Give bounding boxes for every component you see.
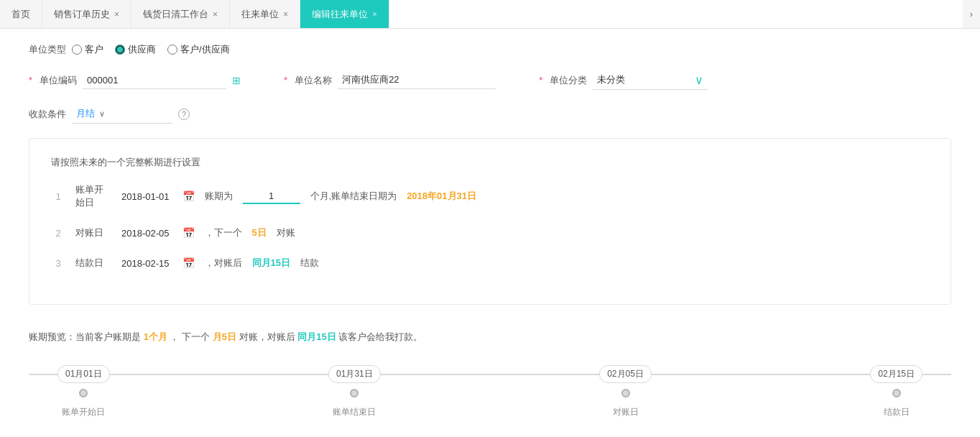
radio-customer-label: 客户 bbox=[85, 43, 103, 56]
unit-name-label: 单位名称 bbox=[295, 74, 332, 87]
radio-supplier[interactable]: 供应商 bbox=[115, 43, 156, 56]
tab-more-button[interactable]: › bbox=[963, 0, 980, 28]
row-num-2: 2 bbox=[51, 228, 65, 239]
unit-code-field: * 单位编码 ⊞ bbox=[29, 72, 241, 89]
radio-supplier-input[interactable] bbox=[115, 45, 125, 55]
row-suffix-after-1: 个月,账单结束日期为 bbox=[310, 190, 397, 203]
period-hint: 请按照未来的一个完整帐期进行设置 bbox=[51, 156, 929, 169]
row-num-3: 3 bbox=[51, 258, 65, 269]
tl-point-1: 01月31日 账单结束日 bbox=[328, 365, 381, 418]
preview-between2: 对账，对账后 bbox=[239, 331, 295, 342]
unit-category-arrow-icon: ∨ bbox=[690, 73, 708, 87]
radio-customer-supplier-input[interactable] bbox=[167, 45, 177, 55]
preview-part1: 1个月 bbox=[144, 331, 167, 342]
row-type-3: 结款日 bbox=[75, 257, 111, 270]
preview-label: 账期预览：当前客户账期是 bbox=[29, 331, 141, 342]
period-row-3: 3 结款日 2018-02-15 📅 ，对账后 同月15日 结款 bbox=[51, 257, 929, 270]
tabs-bar: 首页 销售订单历史 × 钱货日清工作台 × 往来单位 × 编辑往来单位 × › bbox=[0, 0, 980, 29]
preview-section: 账期预览：当前客户账期是 1个月 ， 下一个 月5日 对账，对账后 同月15日 … bbox=[29, 319, 951, 437]
row-type-1: 账单开始日 bbox=[75, 183, 111, 209]
tl-label-0: 账单开始日 bbox=[62, 406, 105, 418]
radio-supplier-label: 供应商 bbox=[128, 43, 156, 56]
payment-terms-arrow-icon: ∨ bbox=[99, 109, 105, 119]
preview-text: 账期预览：当前客户账期是 1个月 ， 下一个 月5日 对账，对账后 同月15日 … bbox=[29, 331, 951, 344]
tab-cash-work[interactable]: 钱货日清工作台 × bbox=[131, 0, 230, 28]
row-cal-3-icon[interactable]: 📅 bbox=[182, 257, 195, 269]
payment-terms-dropdown[interactable]: 月结 ∨ bbox=[72, 104, 172, 124]
tab-edit-partner-close[interactable]: × bbox=[372, 9, 377, 19]
payment-terms-label: 收款条件 bbox=[29, 108, 66, 121]
tab-partner[interactable]: 往来单位 × bbox=[230, 0, 300, 28]
tl-date-2: 02月05日 bbox=[599, 365, 652, 383]
tl-point-0: 01月01日 账单开始日 bbox=[57, 365, 110, 418]
payment-terms-value: 月结 bbox=[76, 107, 95, 120]
radio-customer-supplier[interactable]: 客户/供应商 bbox=[167, 43, 230, 56]
preview-between1: ， bbox=[170, 331, 179, 342]
tab-partner-label: 往来单位 bbox=[241, 8, 279, 21]
tab-cash-work-close[interactable]: × bbox=[213, 9, 218, 19]
unit-code-input[interactable] bbox=[83, 72, 226, 89]
unit-type-label: 单位类型 bbox=[29, 43, 66, 56]
row-highlight-3: 同月15日 bbox=[252, 257, 290, 270]
tl-dot-1 bbox=[350, 389, 359, 397]
preview-suffix: 该客户会给我打款。 bbox=[338, 331, 422, 342]
tl-point-3: 02月15日 结款日 bbox=[870, 365, 923, 418]
tl-label-2: 对账日 bbox=[613, 406, 639, 418]
row-middle-2: 对账 bbox=[277, 226, 295, 239]
tl-date-1: 01月31日 bbox=[328, 365, 381, 383]
unit-type-radio-group: 客户 供应商 客户/供应商 bbox=[72, 43, 230, 56]
row-cal-2-icon[interactable]: 📅 bbox=[182, 227, 195, 239]
tab-partner-close[interactable]: × bbox=[283, 9, 288, 19]
unit-code-required: * bbox=[29, 75, 32, 86]
page-content: 单位类型 客户 供应商 客户/供应商 * 单位编码 bbox=[0, 29, 980, 437]
tab-sales-history-close[interactable]: × bbox=[114, 9, 119, 19]
unit-code-label: 单位编码 bbox=[40, 74, 77, 87]
payment-terms-row: 收款条件 月结 ∨ ? bbox=[29, 104, 951, 124]
tab-edit-partner-label: 编辑往来单位 bbox=[312, 8, 368, 21]
period-months-input[interactable] bbox=[243, 189, 300, 204]
tab-sales-history[interactable]: 销售订单历史 × bbox=[42, 0, 131, 28]
tab-home[interactable]: 首页 bbox=[0, 0, 42, 28]
tab-sales-history-label: 销售订单历史 bbox=[54, 8, 110, 21]
unit-category-required: * bbox=[539, 75, 542, 86]
unit-code-copy-icon[interactable]: ⊞ bbox=[232, 75, 241, 86]
row-suffix-3: 结款 bbox=[300, 257, 319, 270]
row-prefix-3: ，对账后 bbox=[205, 257, 242, 270]
row-highlight-2: 5日 bbox=[252, 226, 267, 239]
tab-edit-partner[interactable]: 编辑往来单位 × bbox=[300, 0, 389, 28]
radio-customer-supplier-label: 客户/供应商 bbox=[180, 43, 230, 56]
tl-dot-2 bbox=[621, 389, 630, 397]
period-settings-box: 请按照未来的一个完整帐期进行设置 1 账单开始日 2018-01-01 📅 账期… bbox=[29, 138, 951, 305]
tl-dot-0 bbox=[79, 389, 88, 397]
payment-terms-field: 收款条件 月结 ∨ ? bbox=[29, 104, 190, 124]
unit-category-select[interactable]: 未分类 ∨ bbox=[593, 70, 708, 90]
unit-name-input[interactable] bbox=[338, 72, 496, 89]
period-row-1: 1 账单开始日 2018-01-01 📅 账期为 个月,账单结束日期为 2018… bbox=[51, 183, 929, 209]
tl-date-3: 02月15日 bbox=[870, 365, 923, 383]
radio-customer[interactable]: 客户 bbox=[72, 43, 103, 56]
tab-home-label: 首页 bbox=[11, 8, 30, 21]
unit-category-value: 未分类 bbox=[593, 70, 690, 89]
preview-part3: 同月15日 bbox=[297, 331, 336, 342]
timeline-container: 01月01日 账单开始日 01月31日 账单结束日 02月05日 对账日 02月… bbox=[29, 358, 951, 437]
unit-category-label: 单位分类 bbox=[550, 74, 587, 87]
unit-type-row: 单位类型 客户 供应商 客户/供应商 bbox=[29, 43, 951, 56]
radio-customer-input[interactable] bbox=[72, 45, 82, 55]
row-date-1: 2018-01-01 bbox=[121, 191, 170, 202]
unit-name-required: * bbox=[284, 75, 287, 86]
row-suffix-2: ，下一个 bbox=[205, 226, 242, 239]
preview-part2pre: 下一个 bbox=[182, 331, 210, 342]
unit-type-field: 单位类型 客户 供应商 客户/供应商 bbox=[29, 43, 230, 56]
payment-terms-help-icon[interactable]: ? bbox=[178, 109, 190, 120]
tab-cash-work-label: 钱货日清工作台 bbox=[143, 8, 208, 21]
period-row-2: 2 对账日 2018-02-05 📅 ，下一个 5日 对账 bbox=[51, 226, 929, 239]
row-date-3: 2018-02-15 bbox=[121, 258, 170, 269]
row-end-date-1: 2018年01月31日 bbox=[407, 190, 476, 203]
row-cal-1-icon[interactable]: 📅 bbox=[182, 190, 195, 202]
row-suffix-before-1: 账期为 bbox=[205, 190, 233, 203]
preview-part2: 月5日 bbox=[213, 331, 236, 342]
tl-dot-3 bbox=[892, 389, 901, 397]
tl-date-0: 01月01日 bbox=[57, 365, 110, 383]
row-date-2: 2018-02-05 bbox=[121, 228, 170, 239]
row-num-1: 1 bbox=[51, 191, 65, 202]
